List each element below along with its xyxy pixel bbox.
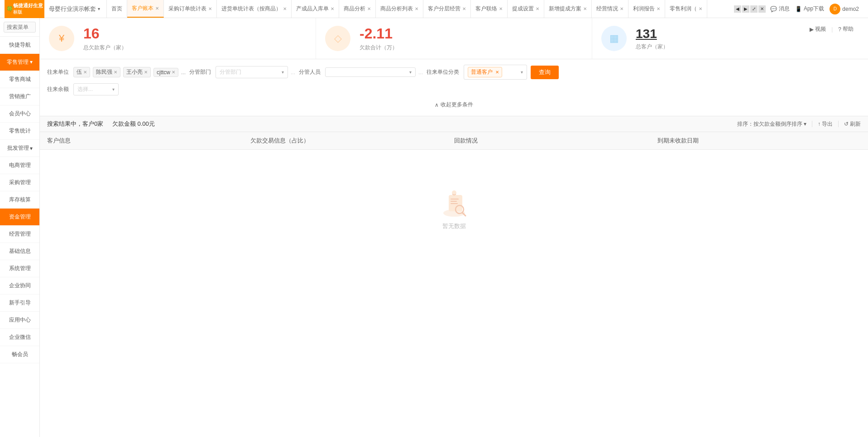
sidebar-item-lingshouguan[interactable]: 零售管理 ▾ [0,54,39,71]
close-icon[interactable]: ✕ [114,70,117,75]
filter-select-balance[interactable]: 选择... ▾ [73,83,119,95]
stat-total-credit-customers: ¥ 16 总欠款客户（家） [40,18,316,59]
export-button[interactable]: ↑ 导出 [818,120,833,128]
question-icon: ? [838,26,841,33]
sidebar-item-kucun[interactable]: 库存核算 [0,191,39,209]
close-icon[interactable]: ✕ [495,70,499,75]
filter-tag-unit-wu[interactable]: 伍 ✕ [73,67,90,77]
filter-person-more[interactable]: ... [418,69,423,76]
sidebar-item-kuaijie[interactable]: 快捷导航 [0,37,39,54]
filter-select-dept[interactable]: 分管部门 ▾ [216,66,288,78]
tab-product-stock[interactable]: 产成品入库单 ✕ [292,0,339,18]
close-icon[interactable]: ✕ [415,6,418,11]
tab-profit-report[interactable]: 利润报告 ✕ [628,0,665,18]
sort-selector[interactable]: 排序：按欠款金额倒序排序 ▾ [737,120,806,128]
th-credit: 欠款交易信息（占比） [250,137,454,145]
nav-arrows: ◀ ▶ ⤢ ✕ [734,5,766,13]
tab-operation[interactable]: 经营情况 ✕ [592,0,628,18]
app-download-button[interactable]: 📱 App下载 [795,5,824,13]
sidebar: 快捷导航 零售管理 ▾ 零售商城 营销推广 会员中心 零售统计 批发管理 ▾ 电… [0,18,40,437]
play-icon: ▶ [810,26,814,33]
sidebar-item-lingshoucheng[interactable]: 零售商城 [0,71,39,88]
close-icon[interactable]: ✕ [331,6,334,11]
sidebar-item-yingyong[interactable]: 应用中心 [0,312,39,329]
tab-home[interactable]: 首页 [107,0,127,18]
video-help-button[interactable]: ▶ 视频 [810,25,826,33]
close-icon[interactable]: ✕ [657,6,660,11]
sidebar-item-lingshoutongji[interactable]: 零售统计 [0,123,39,140]
sidebar-item-zijin[interactable]: 资金管理 [0,209,39,226]
nav-left-arrow[interactable]: ◀ [734,5,741,13]
filter-tag-unit-wang[interactable]: 王小亮 ✕ [123,67,151,77]
tab-customer-layer[interactable]: 客户分层经营 ✕ [423,0,471,18]
filter-select-person[interactable]: ▾ [325,67,416,77]
tab-product-analysis[interactable]: 商品分析 ✕ [339,0,376,18]
chevron-down-icon: ▾ [804,121,806,127]
stat-total-credit-amount: ◇ -2.11 欠款合计（万） [316,18,592,59]
sidebar-item-qiyeweixin[interactable]: 企业微信 [0,329,39,346]
tab-customer-contact[interactable]: 客户联络 ✕ [471,0,508,18]
sidebar-item-pifaguan[interactable]: 批发管理 ▾ [0,140,39,157]
close-icon[interactable]: ✕ [699,6,702,11]
filter-tag-normal-customer[interactable]: 普通客户 ✕ [468,67,502,77]
sidebar-item-caigou[interactable]: 采购管理 [0,174,39,191]
refresh-icon: ↺ [844,121,849,127]
close-icon[interactable]: ✕ [83,70,87,75]
filter-more-tags[interactable]: ... [181,69,186,76]
user-avatar[interactable]: D demo2 [830,4,859,14]
close-icon[interactable]: ✕ [462,6,466,11]
query-button[interactable]: 查询 [531,66,559,79]
tab-retail-profit[interactable]: 零售利润（ ✕ [665,0,707,18]
close-icon[interactable]: ✕ [536,6,539,11]
close-icon[interactable]: ✕ [155,6,159,11]
chevron-up-icon: ∧ [435,102,439,108]
close-icon[interactable]: ✕ [620,6,623,11]
help-row: ▶ 视频 | ? 帮助 [802,22,861,37]
filter-select-category[interactable]: 普通客户 ✕ ▾ [464,65,527,80]
diamond-icon: ◇ [334,33,342,44]
sidebar-item-jichu[interactable]: 基础信息 [0,243,39,260]
stat-bg-circle-2: ◇ [325,26,350,51]
close-icon[interactable]: ✕ [367,6,371,11]
sidebar-item-huiyuan[interactable]: 会员中心 [0,105,39,123]
account-name: 母婴行业演示帐套 [49,5,96,13]
tab-purchase-order[interactable]: 采购订单统计表 ✕ [164,0,217,18]
help-button[interactable]: ? 帮助 [838,25,854,33]
tab-new-commission[interactable]: 新增提成方案 ✕ [544,0,592,18]
refresh-button[interactable]: ↺ 刷新 [844,120,861,128]
sidebar-item-xinshou[interactable]: 新手引导 [0,294,39,312]
filter-label-category: 往来单位分类 [427,68,459,76]
filter-dept-more[interactable]: ... [291,69,295,76]
sidebar-item-xitong[interactable]: 系统管理 [0,260,39,277]
close-icon[interactable]: ✕ [499,6,503,11]
stat-value-total-customers: 131 [636,27,668,41]
account-selector[interactable]: 母婴行业演示帐套 ▾ [44,0,107,18]
sidebar-item-changhui[interactable]: 畅会员 [0,346,39,363]
nav-close-all[interactable]: ✕ [758,5,766,13]
sidebar-item-dianshang[interactable]: 电商管理 [0,157,39,174]
close-icon[interactable]: ✕ [144,70,148,75]
download-icon: 📱 [795,6,802,12]
tab-product-list[interactable]: 商品分析列表 ✕ [376,0,423,18]
sidebar-item-jingying[interactable]: 经营管理 [0,226,39,243]
close-icon[interactable]: ✕ [583,6,587,11]
filter-tag-unit-cjttcw[interactable]: cjttcw ✕ [153,68,178,77]
collapse-button[interactable]: ∧ 收起更多条件 [431,99,477,110]
message-button[interactable]: 💬 消息 [770,5,790,13]
sidebar-item-qiyexietong[interactable]: 企业协同 [0,277,39,294]
tab-commission-setting[interactable]: 提成设置 ✕ [508,0,544,18]
sidebar-item-yingxiao[interactable]: 营销推广 [0,88,39,105]
close-icon[interactable]: ✕ [283,6,287,11]
stat-bg-circle-3: ▦ [601,26,627,51]
main-layout: 快捷导航 零售管理 ▾ 零售商城 营销推广 会员中心 零售统计 批发管理 ▾ 电… [0,18,868,437]
search-input[interactable] [4,22,36,33]
tab-customer-ledger[interactable]: 客户账本 ✕ [127,0,164,18]
close-icon[interactable]: ✕ [208,6,212,11]
building-icon: ▦ [609,33,619,44]
nav-right-arrow[interactable]: ▶ [742,5,749,13]
filter-tag-unit-chen[interactable]: 陈民强 ✕ [93,67,120,77]
close-icon[interactable]: ✕ [172,70,175,75]
tab-goods-in[interactable]: 进货单统计表（按商品） ✕ [217,0,292,18]
export-icon: ↑ [818,121,820,127]
nav-expand[interactable]: ⤢ [750,5,758,13]
